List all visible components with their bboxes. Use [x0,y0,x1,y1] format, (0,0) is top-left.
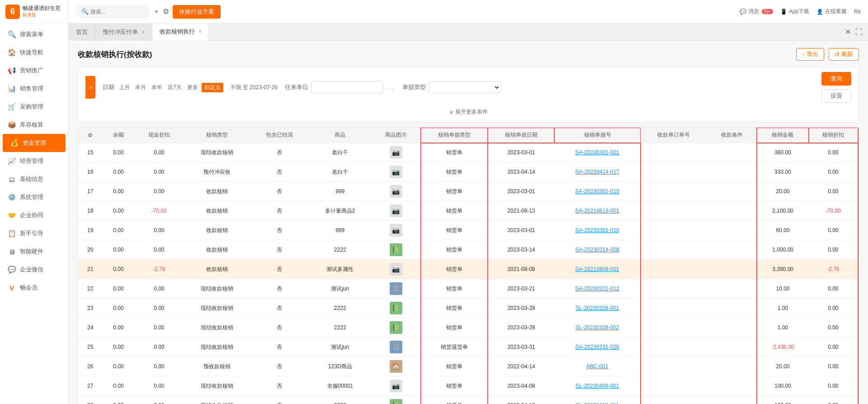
table-row: 17 0.00 0.00 收款核销 否 999 📷 销货单 2023-03-01… [78,182,858,201]
table-row: 19 0.00 0.00 收款核销 否 999 📷 销货单 2023-03-01… [78,221,858,240]
setting-button[interactable]: 设置 [821,89,851,103]
filter-partner-input[interactable] [311,81,383,94]
cell-verify-date: 2023-03-01 [488,143,555,162]
filter-date-range-text: 不限 至 2023-07-26 [231,84,278,91]
sidebar-item-search[interactable]: 🔍 搜索菜单 [0,25,68,43]
marketing-icon: 📢 [7,66,16,75]
expand-filter-button[interactable]: ∨ 展开更多条件 [449,108,488,116]
tab-home[interactable]: 首页 [69,24,95,41]
sidebar-item-system[interactable]: ⚙️ 系统管理 [0,188,68,206]
sidebar-item-marketing[interactable]: 📢 营销推广 [0,62,68,80]
app-download-button[interactable]: 📱 App下载 [780,8,809,15]
th-verify-amount: 核销金额 [757,128,809,143]
cell-verify-type: 现结收款核销 [184,376,250,396]
filter-partner: 往来单位 ... [285,81,395,94]
sidebar-item-label: 资金管理 [23,139,46,147]
cell-product: 测试多属性 [309,260,372,279]
online-service-button[interactable]: 👤 在线客服 [816,8,847,15]
cell-no: 24 [78,318,103,337]
sidebar-item-label: 企业协同 [20,211,43,219]
sidebar-item-label: 快捷导航 [20,48,43,57]
refresh-button[interactable]: ↺ 刷新 [829,48,859,61]
sidebar-item-wechat[interactable]: 💬 企业微信 [0,261,68,279]
filter-collapse-button[interactable]: » [85,76,95,99]
solution-button[interactable]: 休验行业方案 [173,5,221,19]
filter-voucher-type-select[interactable] [429,81,501,94]
cell-balance: 0.00 [103,396,135,404]
cell-verify-voucher-type: 销货单 [421,318,488,337]
verify-no-link[interactable]: SA-20230301-010 [575,227,619,233]
verify-no-link[interactable]: SA-20230321-012 [575,285,619,292]
tab-receive-close[interactable]: × [198,29,202,35]
tab-prepay-close[interactable]: × [142,29,145,35]
tabs-bar: 首页 预付冲应付单 × 收款核销执行 × ✕ ⛶ [69,24,868,41]
sidebar-item-label: 基础信息 [20,175,43,183]
cell-verify-discount: 0.00 [809,396,858,404]
verify-no-link[interactable]: SA-20230414-017 [575,169,619,175]
table-header-row: ⚙ 余额 现金折扣 核销类型 包含已结清 商品 商品图片 核销单据类型 核销单据… [78,128,858,143]
query-button[interactable]: 查询 [821,72,851,86]
filter-this-year[interactable]: 本年 [150,83,164,92]
sidebar-item-operations[interactable]: 📈 经营管理 [0,152,68,170]
message-button[interactable]: 💬 消息 99+ [740,8,773,15]
cell-verify-no: SA-20210808-001 [554,260,640,279]
cell-verify-type: 现结收款核销 [184,396,250,404]
sidebar-item-quicknav[interactable]: 🏠 快捷导航 [0,43,68,62]
sidebar-item-sales[interactable]: 📊 销售管理 [0,80,68,98]
main-area: 🔍 ▼ ⚙ 休验行业方案 💬 消息 99+ 📱 App下载 👤 在线客服 Ri [69,0,868,404]
filter-row-main: » 日期 上月 本月 本年 近7天 更多 自定义 不限 至 2023-07-26 [85,72,851,103]
verify-no-link[interactable]: SL-20230408-001 [576,383,619,389]
cell-no: 27 [78,376,103,396]
sidebar-item-member[interactable]: V 畅会员 [0,279,68,297]
sidebar-item-enterprise[interactable]: 🤝 企业协同 [0,206,68,224]
cell-include-settled: 否 [250,279,308,299]
tab-receive[interactable]: 收款核销执行 × [152,24,209,41]
filter-this-month[interactable]: 本月 [133,83,148,92]
verify-no-link[interactable]: SA-20210808-001 [575,266,619,272]
verify-no-link[interactable]: SA-20230314-008 [575,247,619,253]
close-window-icon[interactable]: ✕ [845,28,851,36]
cell-verify-discount: 0.00 [809,143,858,162]
topbar-search-box[interactable]: 🔍 [76,5,150,19]
verify-no-link[interactable]: SA-20230331-026 [575,344,619,350]
cell-verify-amount: 3,390.00 [757,260,809,279]
sidebar-item-purchase[interactable]: 🛒 采购管理 [0,98,68,116]
gear-icon[interactable]: ⚙ [163,7,169,16]
verify-no-link[interactable]: SA-20230301-010 [575,188,619,195]
message-icon: 💬 [740,9,746,15]
fullscreen-icon[interactable]: ⛶ [855,28,863,36]
cell-verify-date: 2023-03-28 [488,299,555,318]
verify-no-link[interactable]: SA-20230301-001 [575,149,619,156]
verify-no-link[interactable]: SL-20230328-002 [576,324,619,331]
cell-verify-date: 2023-03-14 [488,240,555,260]
cell-verify-discount: 0.00 [809,162,858,182]
filter-custom[interactable]: 自定义 [202,83,223,92]
sidebar-item-finance[interactable]: 💰 资金管理 [3,134,66,152]
sidebar-item-inventory[interactable]: 📦 库存核算 [0,116,68,134]
sidebar-item-hardware[interactable]: 🖥 智能硬件 [0,242,68,261]
filter-more[interactable]: 更多 [185,83,200,92]
cell-verify-date: 2022-04-14 [488,357,555,376]
sidebar-item-label: 系统管理 [20,193,43,201]
th-receipt-condition: 收款条件 [707,128,756,143]
cell-verify-voucher-type: 销货单 [421,143,488,162]
verify-no-link[interactable]: SA-20210813-001 [575,208,619,214]
verify-no-link[interactable]: SL-20230328-001 [576,305,619,311]
search-input[interactable] [90,9,145,15]
sidebar-item-guide[interactable]: 📋 新手引导 [0,224,68,242]
cell-verify-type: 现结收款核销 [184,279,250,299]
cell-receipt-condition [707,318,756,337]
filter-7days[interactable]: 近7天 [166,83,184,92]
sidebar-item-basic[interactable]: 🗂 基础信息 [0,170,68,188]
verify-no-link[interactable]: SL-20230418-001 [576,402,619,404]
user-name[interactable]: Rit [854,9,861,15]
cell-verify-discount: 0.00 [809,240,858,260]
tab-prepay[interactable]: 预付冲应付单 × [95,24,152,41]
cell-product-img: 📷 [372,221,421,240]
cell-include-settled: 否 [250,162,308,182]
export-button[interactable]: ↑ 导出 [796,48,825,61]
verify-no-link[interactable]: ABC-001 [586,363,609,370]
th-settings[interactable]: ⚙ [78,128,103,143]
cell-verify-discount: 0.00 [809,279,858,299]
filter-last-month[interactable]: 上月 [117,83,132,92]
